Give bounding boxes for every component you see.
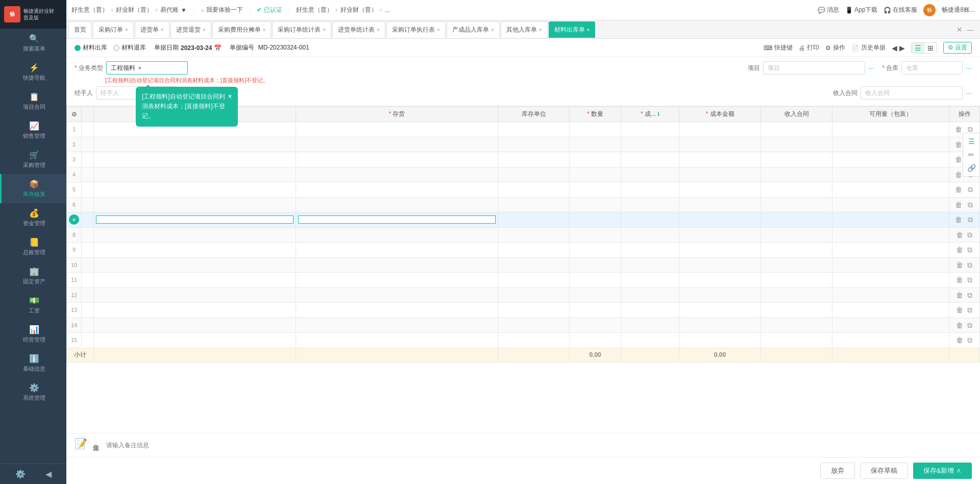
sidebar-item-ledger[interactable]: 📒 总账管理 xyxy=(0,232,66,261)
sidebar-item-salary[interactable]: 💵 工资 xyxy=(0,291,66,320)
delete-icon[interactable]: 🗑 xyxy=(954,260,965,270)
delete-icon[interactable]: 🗑 xyxy=(954,320,965,330)
tab-goods-stat[interactable]: 进货单统计表 × xyxy=(332,21,385,38)
income-contract-dots-btn[interactable]: ··· xyxy=(966,89,972,97)
delete-icon[interactable]: 🗑 xyxy=(954,290,965,300)
close-icon[interactable]: × xyxy=(161,27,164,33)
delete-icon[interactable]: 🗑 xyxy=(954,230,965,240)
radio-material-return[interactable]: 材料退库 xyxy=(113,43,146,52)
calendar-icon[interactable]: 📅 xyxy=(214,44,222,52)
tab-goods-in[interactable]: 进货单 × xyxy=(135,21,169,38)
print-btn[interactable]: 🖨 打印 xyxy=(799,43,819,52)
sidebar-item-management[interactable]: 📊 经营管理 xyxy=(0,320,66,349)
tab-purchase-exec[interactable]: 采购订单执行表 × xyxy=(386,21,446,38)
tab-purchase-order[interactable]: 采购订单 × xyxy=(93,21,134,38)
shortcut-btn[interactable]: ⌨ 快捷键 xyxy=(764,43,793,52)
sidebar-item-quick[interactable]: ⚡ 快捷导航 xyxy=(0,58,66,87)
topbar-dropdown[interactable]: ▼ xyxy=(181,7,187,14)
tab-material-out[interactable]: 材料出库单 × xyxy=(549,21,596,38)
close-icon[interactable]: × xyxy=(323,27,326,33)
next-arrow[interactable]: ▶ xyxy=(899,44,905,52)
tab-other-in[interactable]: 其他入库单 × xyxy=(501,21,548,38)
topbar-link-good2[interactable]: 好生意（普） xyxy=(296,6,333,14)
tab-home[interactable]: 首页 xyxy=(68,21,92,38)
copy-icon[interactable]: ⧉ xyxy=(965,290,975,300)
minimize-icon[interactable]: — xyxy=(967,26,974,34)
business-type-input[interactable]: 工程领料 ▼ xyxy=(106,61,188,75)
sidebar-item-system[interactable]: ⚙️ 系统管理 xyxy=(0,378,66,407)
delete-icon[interactable]: 🗑 xyxy=(954,335,965,345)
topbar-link-more[interactable]: ... xyxy=(385,7,390,14)
close-icon[interactable]: × xyxy=(539,27,542,33)
delete-icon[interactable]: 🗑 xyxy=(953,214,964,225)
delete-icon[interactable]: 🗑 xyxy=(953,200,964,210)
delete-icon[interactable]: 🗑 xyxy=(953,139,964,150)
app-download-btn[interactable]: 📱 App下载 xyxy=(845,6,877,14)
message-btn[interactable]: 💬 消息 xyxy=(818,6,839,14)
notes-input[interactable] xyxy=(104,438,972,453)
save-draft-button[interactable]: 保存草稿 xyxy=(860,463,908,479)
close-icon[interactable]: × xyxy=(263,27,266,33)
sidebar-item-funds[interactable]: 💰 资金管理 xyxy=(0,203,66,232)
prev-arrow[interactable]: ◀ xyxy=(892,44,897,52)
right-icon-2[interactable]: ✏ xyxy=(965,149,977,161)
page-settings-btn[interactable]: ⚙ 设置 xyxy=(943,42,972,54)
operation-btn[interactable]: ⚙ 操作 xyxy=(825,43,845,52)
sidebar-item-search[interactable]: 🔍 搜索菜单 xyxy=(0,29,66,58)
delete-icon[interactable]: 🗑 xyxy=(953,170,964,180)
right-icon-1[interactable]: ☰ xyxy=(965,135,977,148)
topbar-link-good[interactable]: 好生意（普） xyxy=(71,6,108,14)
close-icon[interactable]: × xyxy=(491,27,494,33)
add-row-btn[interactable]: + xyxy=(69,214,79,225)
avatar[interactable]: 畅 xyxy=(923,4,936,16)
tab-goods-return[interactable]: 进货退货 × xyxy=(170,21,211,38)
sidebar-item-assets[interactable]: 🏢 固定资产 xyxy=(0,261,66,291)
sidebar-item-project[interactable]: 📋 项目合同 xyxy=(0,87,66,116)
sidebar-item-inventory[interactable]: 📦 库存核算 xyxy=(0,174,66,203)
copy-icon[interactable]: ⧉ xyxy=(965,305,975,316)
radio-material-out[interactable]: 材料出库 xyxy=(75,43,107,52)
grid-view-btn[interactable]: ⊞ xyxy=(924,43,937,53)
topbar-link-agent[interactable]: 易代账 xyxy=(160,6,179,14)
project-input[interactable]: 项目 xyxy=(763,61,865,75)
tab-purchase-fee[interactable]: 采购费用分摊单 × xyxy=(212,21,272,38)
copy-icon[interactable]: ⧉ xyxy=(965,215,975,225)
income-contract-input[interactable]: 收入合同 xyxy=(861,86,963,100)
right-icon-3[interactable]: 🔗 xyxy=(965,162,977,174)
list-view-btn[interactable]: ☰ xyxy=(912,43,924,53)
delete-icon[interactable]: 🗑 xyxy=(954,275,965,285)
topbar-link-finance2[interactable]: 好业财（普） xyxy=(340,6,377,14)
copy-icon[interactable]: ⧉ xyxy=(965,275,975,285)
row-project-input[interactable] xyxy=(96,215,293,224)
discard-button[interactable]: 放弃 xyxy=(820,463,855,479)
close-window-icon[interactable]: ✕ xyxy=(957,26,963,34)
delete-icon[interactable]: 🗑 xyxy=(954,305,965,315)
close-icon[interactable]: × xyxy=(377,27,380,33)
sidebar-item-sales[interactable]: 📈 销售管理 xyxy=(0,116,66,145)
online-service-btn[interactable]: 🎧 在线客服 xyxy=(884,6,917,14)
close-icon[interactable]: × xyxy=(125,27,128,33)
tab-purchase-stat[interactable]: 采购订单统计表 × xyxy=(272,21,331,38)
delete-icon[interactable]: 🗑 xyxy=(953,124,964,134)
close-icon[interactable]: × xyxy=(203,27,206,33)
delete-icon[interactable]: 🗑 xyxy=(953,154,964,164)
copy-icon[interactable]: ⧉ xyxy=(965,185,975,195)
save-new-button[interactable]: 保存&新增 ∧ xyxy=(913,463,972,479)
collapse-icon[interactable]: ◀ xyxy=(45,469,52,479)
close-icon[interactable]: × xyxy=(437,27,440,33)
warehouse-input[interactable]: 仓库 xyxy=(901,61,963,75)
warehouse-dots-btn[interactable]: ··· xyxy=(966,64,972,72)
copy-icon[interactable]: ⧉ xyxy=(965,230,975,240)
delete-icon[interactable]: 🗑 xyxy=(953,184,964,195)
row-goods-input[interactable] xyxy=(298,215,496,224)
copy-icon[interactable]: ⧉ xyxy=(965,320,975,330)
close-icon[interactable]: × xyxy=(587,27,590,33)
project-dots-btn[interactable]: ··· xyxy=(868,64,874,72)
delete-icon[interactable]: 🗑 xyxy=(954,245,965,255)
copy-icon[interactable]: ⧉ xyxy=(965,200,975,210)
tab-finished-goods[interactable]: 产成品入库单 × xyxy=(447,21,500,38)
copy-icon[interactable]: ⧉ xyxy=(965,335,975,346)
topbar-link-finance[interactable]: 好业财（普） xyxy=(116,6,153,14)
settings-icon[interactable]: ⚙️ xyxy=(15,469,26,479)
history-btn[interactable]: 📄 历史单据 xyxy=(851,43,886,52)
